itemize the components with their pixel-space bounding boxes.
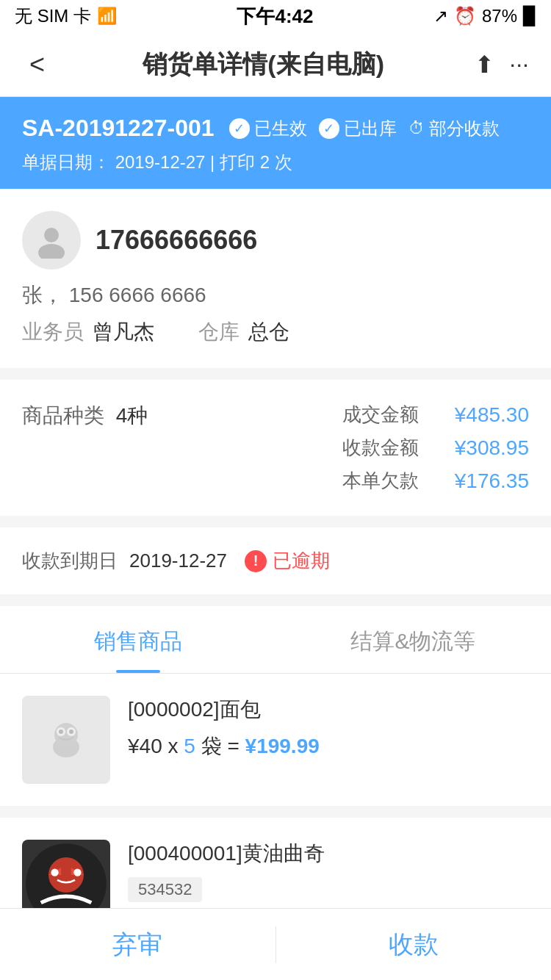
- svg-point-5: [59, 729, 63, 734]
- product-name-bread: [0000002]面包: [128, 696, 529, 724]
- amount-section: 商品种类 4种 成交金额 ¥485.30 收款金额 ¥308.95 本单欠款 ¥…: [0, 380, 551, 516]
- deal-amount-value: ¥485.30: [433, 403, 529, 427]
- unit-bread: 袋: [201, 735, 222, 757]
- avatar: [22, 211, 81, 270]
- battery-icon: ▉: [523, 6, 536, 26]
- svg-point-0: [44, 228, 59, 242]
- bottom-toolbar: 弃审 收款: [0, 908, 551, 980]
- received-amount-value: ¥308.95: [433, 436, 529, 460]
- deal-amount-label: 成交金额: [342, 402, 419, 428]
- order-header-top: SA-20191227-001 ✓ 已生效 ✓ 已出库 ⏱ 部分收款: [22, 115, 529, 142]
- badge-partial-label: 部分收款: [429, 117, 500, 140]
- tab-sales-products[interactable]: 销售商品: [0, 606, 276, 673]
- wifi-icon: 📶: [97, 7, 117, 26]
- received-amount-row: 收款金额 ¥308.95: [342, 435, 529, 461]
- overdue-badge: ! 已逾期: [245, 548, 330, 574]
- tab-sales-label: 销售商品: [94, 629, 182, 653]
- due-date-label: 收款到期日: [22, 548, 118, 574]
- customer-section: 17666666666 张， 156 6666 6666 业务员 曾凡杰 仓库 …: [0, 189, 551, 368]
- order-number: SA-20191227-001: [22, 115, 215, 142]
- cancel-button[interactable]: 弃审: [0, 913, 276, 976]
- due-section: 收款到期日 2019-12-27 ! 已逾期: [0, 527, 551, 594]
- product-count-value: 4种: [116, 404, 148, 427]
- overdue-icon: !: [245, 550, 267, 572]
- tab-billing-label: 结算&物流等: [350, 629, 475, 653]
- meta-date-value: 2019-12-27: [115, 152, 206, 172]
- status-right: ↗ ⏰ 87% ▉: [433, 6, 536, 26]
- received-amount-label: 收款金额: [342, 435, 419, 461]
- total-bread: ¥199.99: [245, 735, 320, 757]
- overdue-text: 已逾期: [273, 548, 330, 574]
- battery-text: 87%: [482, 6, 517, 26]
- back-button[interactable]: <: [22, 42, 52, 87]
- sales-rep-label: 业务员: [22, 318, 84, 346]
- product-name-cookie: [000400001]黄油曲奇: [128, 840, 529, 868]
- alarm-icon: ⏰: [454, 6, 476, 26]
- meta-date-label: 单据日期：: [22, 152, 110, 172]
- svg-point-11: [51, 868, 58, 876]
- product-price-bread: ¥40 x 5 袋 = ¥199.99: [128, 732, 529, 760]
- status-bar: 无 SIM 卡 📶 下午4:42 ↗ ⏰ 87% ▉: [0, 0, 551, 32]
- list-item: [0000002]面包 ¥40 x 5 袋 = ¥199.99: [0, 674, 551, 806]
- badge-shipped-label: 已出库: [344, 117, 397, 140]
- tab-billing[interactable]: 结算&物流等: [276, 606, 551, 673]
- status-time: 下午4:42: [237, 4, 313, 29]
- more-button[interactable]: ···: [509, 51, 529, 78]
- product-types-label: 商品种类: [22, 404, 104, 427]
- tabs-section: 销售商品 结算&物流等: [0, 606, 551, 674]
- svg-point-1: [38, 244, 65, 259]
- status-left: 无 SIM 卡 📶: [15, 4, 117, 28]
- confirm-button[interactable]: 收款: [276, 913, 552, 976]
- customer-row: 17666666666: [22, 211, 529, 270]
- warehouse-value: 总仓: [248, 318, 289, 346]
- warehouse-item: 仓库 总仓: [198, 318, 289, 346]
- product-types: 商品种类 4种: [22, 402, 148, 430]
- due-date-value: 2019-12-27: [129, 550, 227, 572]
- nav-actions: ⬆ ···: [475, 51, 529, 79]
- product-info-bread: [0000002]面包 ¥40 x 5 袋 = ¥199.99: [128, 696, 529, 760]
- amount-details: 成交金额 ¥485.30 收款金额 ¥308.95 本单欠款 ¥176.35: [342, 402, 529, 494]
- location-icon: ↗: [433, 6, 448, 26]
- customer-info-row: 业务员 曾凡杰 仓库 总仓: [22, 318, 529, 346]
- sales-rep-value: 曾凡杰: [93, 318, 154, 346]
- checkmark-icon-effective: ✓: [229, 118, 250, 139]
- customer-phone-number: 156 6666 6666: [69, 284, 206, 306]
- tabs-row: 销售商品 结算&物流等: [0, 606, 551, 674]
- sales-rep-item: 业务员 曾凡杰: [22, 318, 154, 346]
- owed-amount-value: ¥176.35: [433, 469, 529, 493]
- badge-partial: ⏱ 部分收款: [408, 117, 500, 140]
- nav-bar: < 销货单详情(来自电脑) ⬆ ···: [0, 32, 551, 97]
- clock-icon: ⏱: [408, 119, 425, 138]
- product-sku-cookie: 534532: [128, 877, 202, 902]
- price-bread: ¥40: [128, 735, 162, 757]
- qty-bread: 5: [184, 735, 195, 757]
- order-meta: 单据日期： 2019-12-27 | 打印 2 次: [22, 151, 529, 174]
- share-button[interactable]: ⬆: [475, 51, 494, 79]
- customer-id: 17666666666: [96, 225, 257, 256]
- customer-phone: 张， 156 6666 6666: [22, 281, 529, 309]
- checkmark-icon-shipped: ✓: [319, 118, 339, 139]
- status-badges: ✓ 已生效 ✓ 已出库 ⏱ 部分收款: [229, 117, 500, 140]
- warehouse-label: 仓库: [198, 318, 240, 346]
- meta-print-info: | 打印 2 次: [210, 152, 292, 172]
- page-title: 销货单详情(来自电脑): [143, 48, 384, 82]
- deal-amount-row: 成交金额 ¥485.30: [342, 402, 529, 428]
- product-image-bread: [22, 696, 110, 784]
- svg-point-6: [69, 729, 73, 734]
- order-header: SA-20191227-001 ✓ 已生效 ✓ 已出库 ⏱ 部分收款 单据日期：…: [0, 97, 551, 189]
- badge-effective: ✓ 已生效: [229, 117, 307, 140]
- badge-shipped: ✓ 已出库: [319, 117, 397, 140]
- owed-amount-label: 本单欠款: [342, 468, 419, 494]
- svg-point-12: [73, 868, 81, 876]
- carrier-text: 无 SIM 卡: [15, 4, 91, 28]
- owed-amount-row: 本单欠款 ¥176.35: [342, 468, 529, 494]
- badge-effective-label: 已生效: [254, 117, 307, 140]
- customer-name-text: 张，: [22, 284, 63, 306]
